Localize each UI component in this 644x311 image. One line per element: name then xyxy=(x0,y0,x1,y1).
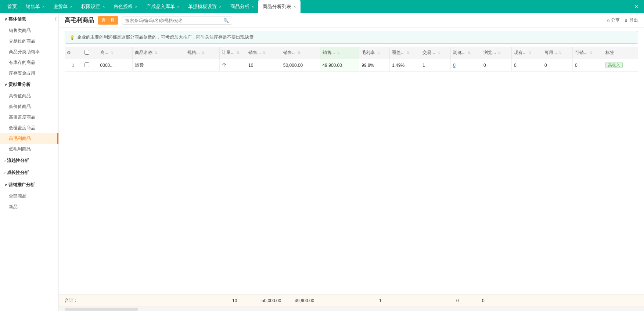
sidebar-item-high-margin[interactable]: 高毛利商品 xyxy=(0,133,58,144)
col-transactions[interactable]: 交易... ⇅ xyxy=(420,47,451,59)
col-unit-sort[interactable]: ⇅ xyxy=(237,51,240,55)
sidebar-collapse-button[interactable]: 《 xyxy=(52,16,57,23)
col-spec-sort[interactable]: ⇅ xyxy=(202,51,205,55)
browse1-link[interactable]: 0 xyxy=(453,63,456,68)
nav-analysis-list[interactable]: 商品分析列表 × xyxy=(258,0,300,13)
table-row: 1 0000... 运费 个 10 50,000.00 49,900.00 99 xyxy=(65,59,638,72)
sidebar-item-traded-goods[interactable]: 交易过的商品 xyxy=(0,36,58,47)
sidebar-item-low-margin[interactable]: 低毛利商品 xyxy=(0,144,58,155)
col-current-stock[interactable]: 现有... ⇅ xyxy=(512,47,542,59)
cell-browse1[interactable]: 0 xyxy=(451,59,481,72)
nav-role-close[interactable]: × xyxy=(135,4,137,9)
sidebar-item-high-coverage[interactable]: 高覆盖度商品 xyxy=(0,112,58,123)
nav-analysis[interactable]: 商品分析 × xyxy=(226,0,258,13)
export-button[interactable]: ⬇ 导出 xyxy=(624,17,638,23)
col-unit[interactable]: 计量... ⇅ xyxy=(220,47,246,59)
cell-index: 1 xyxy=(65,59,82,72)
col-sales-profit-sort[interactable]: ⇅ xyxy=(337,51,340,55)
col-code-sort[interactable]: ⇅ xyxy=(110,51,113,55)
sidebar-item-new-goods[interactable]: 新品 xyxy=(0,202,58,212)
sidebar-group-growth-arrow: › xyxy=(4,171,6,175)
cell-current-stock: 0 xyxy=(512,59,542,72)
nav-role[interactable]: 角色授权 × xyxy=(109,0,141,13)
sidebar-item-sales-goods[interactable]: 销售类商品 xyxy=(0,25,58,36)
select-all-checkbox[interactable] xyxy=(84,50,89,55)
cell-code: 0000... xyxy=(98,59,133,72)
sidebar-group-trend-arrow: › xyxy=(4,159,6,163)
col-browse2[interactable]: 浏览... ⇅ xyxy=(481,47,512,59)
sidebar-item-stock-capital[interactable]: 库存资金占用 xyxy=(0,68,58,79)
nav-permission-close[interactable]: × xyxy=(102,4,105,9)
nav-purchase-close[interactable]: × xyxy=(70,4,72,9)
sidebar-item-low-coverage[interactable]: 低覆盖度商品 xyxy=(0,123,58,133)
search-input[interactable] xyxy=(125,18,222,23)
col-sales-qty-sort[interactable]: ⇅ xyxy=(263,51,266,55)
cell-coverage: 1.49% xyxy=(390,59,420,72)
col-browse2-sort[interactable]: ⇅ xyxy=(498,51,501,55)
nav-template[interactable]: 单据模板设置 × xyxy=(184,0,226,13)
sidebar-item-stock-goods[interactable]: 有库存的商品 xyxy=(0,57,58,68)
col-sales-profit[interactable]: 销售... ⇅ xyxy=(320,47,359,59)
nav-home[interactable]: 首页 xyxy=(3,0,21,13)
cell-unit: 个 xyxy=(220,59,246,72)
nav-template-close[interactable]: × xyxy=(219,4,221,9)
col-gross-rate-sort[interactable]: ⇅ xyxy=(377,51,380,55)
col-spec[interactable]: 规格... ⇅ xyxy=(185,47,220,59)
cell-checkbox[interactable] xyxy=(82,59,98,72)
search-icon[interactable]: 🔍 xyxy=(223,18,229,23)
info-icon: 💡 xyxy=(69,35,75,40)
tag-badge: 高收入 xyxy=(605,62,623,68)
sidebar-item-low-value[interactable]: 低价值商品 xyxy=(0,101,58,112)
nav-analysis-close[interactable]: × xyxy=(252,4,254,9)
nav-analysis-list-close[interactable]: × xyxy=(294,4,296,9)
sidebar-item-all-goods[interactable]: 全部商品 xyxy=(0,191,58,202)
table-container[interactable]: ⚙ 商... ⇅ 商品名称 ⇅ xyxy=(65,47,638,294)
nav-sales-close[interactable]: × xyxy=(42,4,44,9)
cell-available: 0 xyxy=(542,59,573,72)
row-checkbox[interactable] xyxy=(84,62,89,67)
sidebar-group-marketing-arrow: ∨ xyxy=(4,183,7,187)
sidebar-item-category-rate[interactable]: 商品分类助销率 xyxy=(0,47,58,57)
col-available-sort[interactable]: ⇅ xyxy=(559,51,562,55)
nav-purchase[interactable]: 进货单 × xyxy=(49,0,76,13)
sidebar-group-trend[interactable]: › 流趋性分析 xyxy=(0,155,58,167)
col-sales-qty[interactable]: 销售... ⇅ xyxy=(246,47,281,59)
col-coverage[interactable]: 覆盖... ⇅ xyxy=(390,47,420,59)
nav-close-all-button[interactable]: × xyxy=(632,3,641,10)
sidebar-group-contribution[interactable]: ∨ 贡献量分析 xyxy=(0,79,58,91)
header-actions: ⎋ 分享 ⬇ 导出 xyxy=(607,17,638,23)
col-gross-rate[interactable]: 毛利率 ⇅ xyxy=(359,47,390,59)
col-code[interactable]: 商... ⇅ xyxy=(98,47,133,59)
col-browse1[interactable]: 浏览... ⇅ xyxy=(451,47,481,59)
horizontal-scrollbar[interactable] xyxy=(59,307,644,311)
nav-inbound[interactable]: 产成品入库单 × xyxy=(142,0,184,13)
nav-inbound-close[interactable]: × xyxy=(177,4,179,9)
col-transactions-sort[interactable]: ⇅ xyxy=(437,51,440,55)
col-sellable-sort[interactable]: ⇅ xyxy=(589,51,592,55)
col-checkbox[interactable] xyxy=(82,47,98,59)
sidebar-group-marketing[interactable]: ∨ 营销推广分析 xyxy=(0,179,58,191)
sidebar-group-overall[interactable]: ∨ 整体信息 xyxy=(0,13,58,25)
sidebar-group-growth[interactable]: › 成长性分析 xyxy=(0,167,58,179)
footer-sellable: 0 xyxy=(482,298,508,303)
sidebar-item-high-value[interactable]: 高价值商品 xyxy=(0,91,58,101)
col-sales-amount[interactable]: 销售... ⇅ xyxy=(281,47,320,59)
col-settings[interactable]: ⚙ xyxy=(65,47,82,59)
nav-permission[interactable]: 权限设置 × xyxy=(77,0,109,13)
content-header: 高毛利商品 近一月 🔍 ⎋ 分享 ⬇ 导出 xyxy=(59,13,644,28)
data-table: ⚙ 商... ⇅ 商品名称 ⇅ xyxy=(65,47,638,72)
filter-period-button[interactable]: 近一月 xyxy=(98,16,118,25)
col-sales-amount-sort[interactable]: ⇅ xyxy=(298,51,301,55)
col-name[interactable]: 商品名称 ⇅ xyxy=(133,47,185,59)
cell-sales-qty: 10 xyxy=(246,59,281,72)
col-name-sort[interactable]: ⇅ xyxy=(155,51,158,55)
col-current-stock-sort[interactable]: ⇅ xyxy=(528,51,531,55)
nav-sales[interactable]: 销售单 × xyxy=(21,0,49,13)
share-button[interactable]: ⎋ 分享 xyxy=(607,17,620,23)
col-tag[interactable]: 标签 xyxy=(603,47,638,59)
col-sellable[interactable]: 可销... ⇅ xyxy=(573,47,603,59)
col-available[interactable]: 可用... ⇅ xyxy=(542,47,573,59)
col-coverage-sort[interactable]: ⇅ xyxy=(407,51,410,55)
footer-available: 0 xyxy=(456,298,482,303)
col-browse1-sort[interactable]: ⇅ xyxy=(468,51,471,55)
